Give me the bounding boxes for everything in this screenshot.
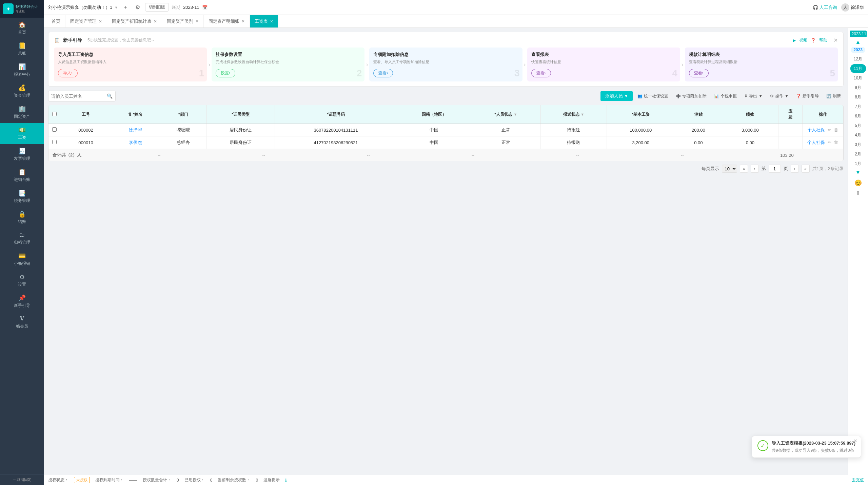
tab-depreciation[interactable]: 固定资产折旧统计表 ✕ <box>107 15 162 28</box>
report-filter-icon[interactable]: ▼ <box>580 112 584 116</box>
feedback-icon[interactable]: 😊 <box>854 179 862 187</box>
month-4[interactable]: 4月 <box>850 131 866 139</box>
month-10[interactable]: 10月 <box>850 74 866 82</box>
total-salary: 103,20 <box>734 153 839 158</box>
sidebar-item-expense[interactable]: 💳 小畅报销 <box>0 249 44 270</box>
row1-checkbox[interactable] <box>52 127 57 132</box>
add-account-btn[interactable]: ＋ <box>121 3 130 12</box>
sidebar-item-sales[interactable]: 📋 进销台账 <box>0 165 44 186</box>
step-4-btn[interactable]: 查看› <box>531 69 551 77</box>
month-5[interactable]: 5月 <box>850 121 866 130</box>
switch-version-btn[interactable]: 切到旧版 <box>145 3 169 12</box>
tab-home[interactable]: 首页 <box>47 15 65 28</box>
tab-detail-ledger[interactable]: 固定资产明细账 ✕ <box>204 15 250 28</box>
row1-delete-icon[interactable]: 🗑 <box>834 127 838 132</box>
toast-close-btn[interactable]: ✕ <box>853 438 857 444</box>
sidebar-item-fixed[interactable]: 🏢 固定资产 <box>0 102 44 123</box>
go-auth-btn[interactable]: 去充值 <box>852 477 864 483</box>
row1-edit-icon[interactable]: ✏ <box>828 127 831 132</box>
month-8[interactable]: 8月 <box>850 93 866 101</box>
sidebar-item-home[interactable]: 🏠 首页 <box>0 18 44 39</box>
sidebar-item-settings[interactable]: ⚙ 设置 <box>0 270 44 291</box>
row2-social-btn[interactable]: 个人社保 <box>807 140 825 145</box>
video-label[interactable]: 视频 <box>799 37 807 43</box>
tab-categories[interactable]: 固定资产类别 ✕ <box>162 15 204 28</box>
social-security-btn[interactable]: 👥 统一社保设置 <box>635 92 671 101</box>
row2-status: 正常 <box>471 136 541 149</box>
step-1-btn[interactable]: 导入› <box>58 69 78 77</box>
special-deduction-btn[interactable]: ➕ 专项附加扣除 <box>673 92 709 101</box>
sidebar-item-ledger[interactable]: 📒 总账 <box>0 39 44 60</box>
tab-payroll-close[interactable]: ✕ <box>270 19 273 24</box>
year-down-btn[interactable]: ▼ <box>855 170 861 175</box>
guide-btn[interactable]: ❓ 新手引导 <box>793 92 822 101</box>
per-page-select[interactable]: 10 20 50 <box>722 165 737 173</box>
year-up-btn[interactable]: ▲ <box>855 39 861 45</box>
sidebar-item-payroll[interactable]: 💵 工资 <box>0 123 44 144</box>
export-btn[interactable]: ⬇ 导出 ▼ <box>742 92 765 101</box>
row2-delete-icon[interactable]: 🗑 <box>834 140 838 145</box>
refresh-btn[interactable]: 🔄 刷新 <box>824 92 844 101</box>
help-label[interactable]: 帮助 <box>819 37 827 43</box>
op-icon: ⚙ <box>770 94 774 98</box>
tab-payroll[interactable]: 工资表 ✕ <box>250 15 278 28</box>
step-2-btn[interactable]: 设置› <box>216 69 235 77</box>
tab-categories-close[interactable]: ✕ <box>195 19 199 24</box>
month-11[interactable]: 11月 <box>850 64 866 73</box>
search-input[interactable] <box>51 94 105 99</box>
sidebar-item-funds[interactable]: 💰 资金管理 <box>0 81 44 102</box>
month-6[interactable]: 6月 <box>850 112 866 120</box>
first-page-btn[interactable]: « <box>740 165 748 173</box>
last-page-btn[interactable]: » <box>802 165 810 173</box>
select-all-checkbox[interactable] <box>52 112 57 116</box>
intro-close-btn[interactable]: ✕ <box>833 37 838 43</box>
calendar-icon[interactable]: 📅 <box>202 5 208 10</box>
next-page-btn[interactable]: › <box>791 165 799 173</box>
step-5-btn[interactable]: 查看› <box>689 69 709 77</box>
sidebar: ✦ 畅捷通好会计 专业版 🏠 首页 📒 总账 📊 报表中心 💰 资金管理 <box>0 0 44 485</box>
tab-fixed-assets-close[interactable]: ✕ <box>99 19 102 24</box>
add-employee-btn[interactable]: 添加人员 ▼ <box>600 91 633 101</box>
step-5-num: 5 <box>830 68 835 79</box>
tax-icon: 📑 <box>18 189 26 197</box>
tab-fixed-assets[interactable]: 固定资产管理 ✕ <box>65 15 107 28</box>
page-input[interactable] <box>769 165 781 173</box>
tax-report-btn[interactable]: 📊 个税申报 <box>711 92 739 101</box>
step-3-btn[interactable]: 查看› <box>373 69 393 77</box>
th-performance: 绩效 <box>722 105 778 124</box>
status-filter-icon[interactable]: ▼ <box>514 112 517 116</box>
month-2[interactable]: 2月 <box>850 150 866 158</box>
sidebar-item-archive[interactable]: 🗂 归档管理 <box>0 228 44 249</box>
tab-depreciation-close[interactable]: ✕ <box>154 19 157 24</box>
month-12[interactable]: 12月 <box>850 55 866 63</box>
service-btn[interactable]: 🎧 人工咨询 <box>813 4 837 11</box>
row1-social-btn[interactable]: 个人社保 <box>807 127 825 132</box>
prev-page-btn[interactable]: ‹ <box>751 165 759 173</box>
settings-top-btn[interactable]: ⚙ <box>133 3 142 12</box>
row1-name-link[interactable]: 徐泽华 <box>129 127 142 132</box>
sidebar-item-invoices[interactable]: 🧾 发票管理 <box>0 144 44 165</box>
sidebar-item-tax-label: 税务管理 <box>14 198 30 204</box>
row1-id: 000002 <box>61 124 111 136</box>
search-icon[interactable]: 🔍 <box>107 93 113 99</box>
month-7[interactable]: 7月 <box>850 102 866 111</box>
user-menu[interactable]: 人 徐泽华 <box>841 3 864 12</box>
account-selector[interactable]: 刘小艳演示账套（勿删勿动！）1 ▼ <box>48 4 118 11</box>
tab-detail-ledger-close[interactable]: ✕ <box>241 19 245 24</box>
sidebar-item-guide[interactable]: 📌 新手引导 <box>0 291 44 312</box>
sidebar-item-member[interactable]: V 畅会员 <box>0 312 44 333</box>
operation-btn[interactable]: ⚙ 操作 ▼ <box>767 92 791 101</box>
month-1[interactable]: 1月 <box>850 159 866 168</box>
row2-checkbox[interactable] <box>52 140 57 144</box>
share-icon[interactable]: ⬆ <box>855 189 861 197</box>
panel-toggle-btn[interactable]: « <box>848 245 848 258</box>
month-9[interactable]: 9月 <box>850 83 866 92</box>
sidebar-item-close[interactable]: 🔒 结账 <box>0 207 44 228</box>
row2-edit-icon[interactable]: ✏ <box>828 140 831 145</box>
row2-name-link[interactable]: 李俊杰 <box>129 140 142 145</box>
sidebar-item-tax[interactable]: 📑 税务管理 <box>0 186 44 207</box>
row2-id-type: 居民身份证 <box>206 136 275 149</box>
sidebar-item-reports[interactable]: 📊 报表中心 <box>0 60 44 81</box>
month-3[interactable]: 3月 <box>850 140 866 149</box>
unpin-btn[interactable]: ←取消固定 <box>0 474 44 485</box>
